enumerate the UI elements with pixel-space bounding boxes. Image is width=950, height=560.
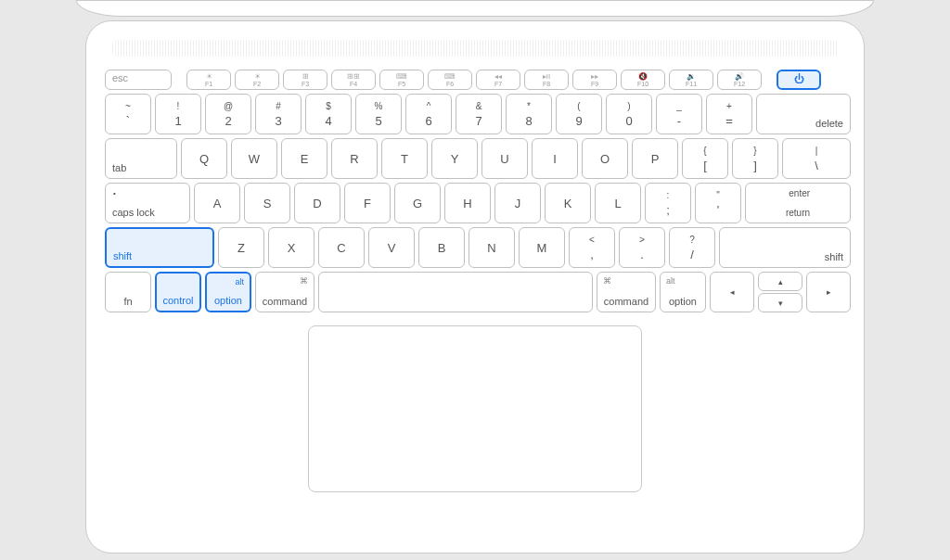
- key-f2[interactable]: ☀F2: [235, 70, 279, 90]
- key-arrow-right[interactable]: ▸: [806, 272, 851, 312]
- key-l[interactable]: L: [595, 183, 641, 223]
- key-r[interactable]: R: [331, 138, 378, 179]
- key-h[interactable]: H: [444, 183, 491, 223]
- key-f4[interactable]: ⊞⊞F4: [331, 70, 376, 90]
- row-modifiers: fn control altoption ⌘command ⌘command a…: [105, 272, 851, 312]
- key-backslash[interactable]: |\: [782, 138, 851, 179]
- key-u[interactable]: U: [481, 138, 528, 179]
- key-f7[interactable]: ◂◂F7: [476, 70, 520, 90]
- rewind-icon: ◂◂: [494, 73, 502, 81]
- key-4[interactable]: $4: [305, 94, 352, 134]
- key-esc[interactable]: esc: [105, 70, 172, 90]
- key-command-right[interactable]: ⌘command: [597, 272, 656, 312]
- key-f6[interactable]: ⌨F6: [428, 70, 472, 90]
- key-period[interactable]: >.: [619, 227, 665, 268]
- laptop-body: esc ☀F1 ☀F2 ⊞F3 ⊞⊞F4 ⌨F5 ⌨F6 ◂◂F7 ▸IIF8 …: [85, 20, 865, 554]
- key-quote[interactable]: "': [695, 183, 741, 223]
- key-backtick[interactable]: ~`: [105, 94, 151, 134]
- row-numbers: ~` !1 @2 #3 $4 %5 ^6 &7 *8 (9 )0 _- += d…: [105, 94, 851, 134]
- key-e[interactable]: E: [281, 138, 327, 179]
- key-f5[interactable]: ⌨F5: [379, 70, 424, 90]
- key-i[interactable]: I: [532, 138, 578, 179]
- key-slash[interactable]: ?/: [669, 227, 715, 268]
- key-s[interactable]: S: [244, 183, 290, 223]
- key-shift-left[interactable]: shift: [105, 227, 214, 268]
- key-f1[interactable]: ☀F1: [186, 70, 231, 90]
- key-semicolon[interactable]: :;: [645, 183, 691, 223]
- key-option-right[interactable]: altoption: [660, 272, 706, 312]
- key-0[interactable]: )0: [606, 94, 652, 134]
- key-option-left[interactable]: altoption: [205, 272, 251, 312]
- key-f[interactable]: F: [344, 183, 391, 223]
- fast-forward-icon: ▸▸: [591, 73, 598, 81]
- key-z[interactable]: Z: [218, 227, 264, 268]
- key-comma[interactable]: <,: [569, 227, 615, 268]
- key-f3[interactable]: ⊞F3: [283, 70, 327, 90]
- key-f12[interactable]: 🔊F12: [717, 70, 762, 90]
- power-icon: ⏻: [794, 73, 804, 84]
- key-shift-right[interactable]: shift: [719, 227, 851, 268]
- key-arrow-down[interactable]: ▾: [758, 293, 802, 312]
- key-tab[interactable]: tab: [105, 138, 177, 179]
- key-p[interactable]: P: [632, 138, 678, 179]
- key-f8[interactable]: ▸IIF8: [524, 70, 569, 90]
- row-zxcv: shift Z X C V B N M <, >. ?/ shift: [105, 227, 851, 268]
- key-t[interactable]: T: [381, 138, 428, 179]
- key-bracket-left[interactable]: {[: [682, 138, 728, 179]
- key-arrow-up[interactable]: ▴: [758, 272, 802, 291]
- key-spacebar[interactable]: [318, 272, 593, 312]
- row-asdf: •caps lock A S D F G H J K L :; "' enter…: [105, 183, 851, 223]
- trackpad[interactable]: [308, 325, 642, 492]
- play-pause-icon: ▸II: [543, 73, 550, 81]
- key-bracket-right[interactable]: }]: [732, 138, 778, 179]
- key-d[interactable]: D: [294, 183, 340, 223]
- speaker-grille: [112, 40, 838, 57]
- key-8[interactable]: *8: [506, 94, 552, 134]
- key-f11[interactable]: 🔉F11: [669, 70, 713, 90]
- key-a[interactable]: A: [194, 183, 240, 223]
- mission-control-icon: ⊞: [302, 73, 309, 81]
- keyboard: esc ☀F1 ☀F2 ⊞F3 ⊞⊞F4 ⌨F5 ⌨F6 ◂◂F7 ▸IIF8 …: [105, 70, 851, 312]
- key-c[interactable]: C: [318, 227, 365, 268]
- key-j[interactable]: J: [494, 183, 541, 223]
- key-x[interactable]: X: [268, 227, 315, 268]
- key-o[interactable]: O: [582, 138, 628, 179]
- key-5[interactable]: %5: [355, 94, 402, 134]
- key-g[interactable]: G: [394, 183, 441, 223]
- volume-up-icon: 🔊: [735, 73, 744, 81]
- key-equals[interactable]: +=: [706, 94, 752, 134]
- key-2[interactable]: @2: [205, 94, 251, 134]
- kbd-brightness-down-icon: ⌨: [396, 73, 407, 81]
- key-capslock[interactable]: •caps lock: [105, 183, 190, 223]
- key-arrow-left[interactable]: ◂: [710, 272, 754, 312]
- key-control[interactable]: control: [155, 272, 201, 312]
- key-f10[interactable]: 🔇F10: [621, 70, 665, 90]
- key-command-left[interactable]: ⌘command: [255, 272, 315, 312]
- key-delete[interactable]: delete: [756, 94, 851, 134]
- kbd-brightness-up-icon: ⌨: [444, 73, 456, 81]
- key-f9[interactable]: ▸▸F9: [572, 70, 617, 90]
- key-b[interactable]: B: [418, 227, 465, 268]
- key-3[interactable]: #3: [255, 94, 302, 134]
- key-return[interactable]: enterreturn: [745, 183, 851, 223]
- key-k[interactable]: K: [545, 183, 591, 223]
- key-v[interactable]: V: [368, 227, 415, 268]
- launchpad-icon: ⊞⊞: [347, 73, 360, 81]
- key-w[interactable]: W: [231, 138, 277, 179]
- key-7[interactable]: &7: [456, 94, 502, 134]
- mute-icon: 🔇: [638, 73, 648, 81]
- volume-down-icon: 🔉: [687, 73, 696, 81]
- key-fn[interactable]: fn: [105, 272, 151, 312]
- key-minus[interactable]: _-: [656, 94, 702, 134]
- key-9[interactable]: (9: [556, 94, 602, 134]
- key-n[interactable]: N: [469, 227, 515, 268]
- arrow-cluster: ◂ ▴ ▾ ▸: [710, 272, 851, 312]
- laptop-hinge: [76, 0, 874, 17]
- key-1[interactable]: !1: [155, 94, 201, 134]
- brightness-up-icon: ☀: [254, 73, 261, 81]
- key-q[interactable]: Q: [181, 138, 227, 179]
- key-y[interactable]: Y: [431, 138, 478, 179]
- key-m[interactable]: M: [519, 227, 565, 268]
- key-6[interactable]: ^6: [405, 94, 452, 134]
- key-power[interactable]: ⏻: [777, 70, 821, 90]
